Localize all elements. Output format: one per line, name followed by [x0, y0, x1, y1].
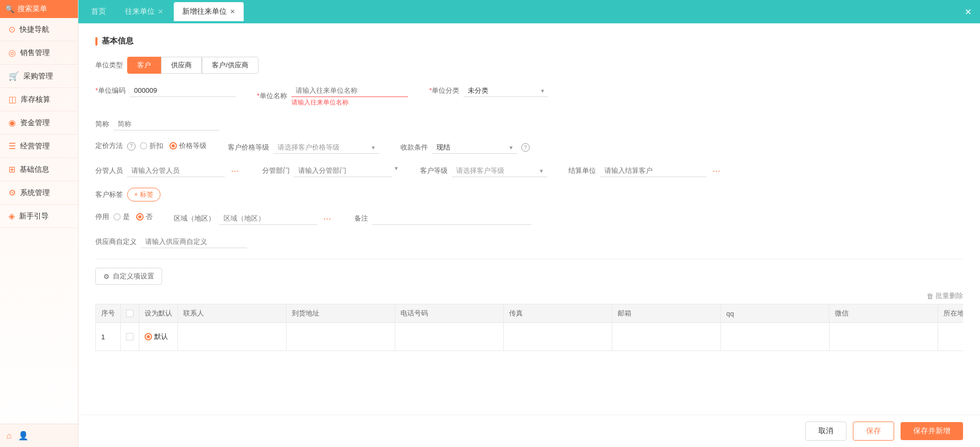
pricing-discount-option[interactable]: 折扣: [140, 141, 163, 151]
row-index: 1: [96, 323, 121, 351]
unit-type-label: 单位类型: [95, 60, 123, 70]
tab-new-partner-close[interactable]: ✕: [230, 8, 235, 15]
col-default: 设为默认: [139, 304, 178, 323]
sidebar-home-btn[interactable]: ⌂: [4, 429, 14, 443]
code-input[interactable]: [130, 84, 236, 97]
sidebar-item-label: 销售管理: [20, 48, 50, 58]
sidebar: 🔍 搜索菜单 ⊙ 快捷导航 ◎ 销售管理 🛒 采购管理 ◫ 库存核算 ◉ 资金管…: [0, 0, 78, 447]
row-qq-input[interactable]: [726, 331, 824, 343]
row-phone-cell: [395, 323, 504, 351]
pricing-discount-radio: [140, 142, 147, 150]
disabled-no-option[interactable]: 否: [136, 212, 153, 222]
select-all-checkbox[interactable]: [126, 310, 133, 317]
name-label: *单位名称: [257, 91, 287, 101]
sidebar-item-operations[interactable]: ☰ 经营管理: [0, 135, 78, 158]
tab-partners[interactable]: 往来单位 ✕: [117, 2, 172, 21]
custom-settings-btn[interactable]: ⚙ 自定义项设置: [95, 268, 162, 285]
abbr-input[interactable]: [113, 118, 219, 130]
table-header-row: 序号 设为默认 联系人 到货地址 电话号码 传真 邮箱 qq 微信 所在地区: [96, 304, 964, 323]
pricing-level-option[interactable]: 价格等级: [170, 141, 207, 151]
category-select[interactable]: 未分类: [464, 84, 548, 97]
row-default-label: 默认: [154, 332, 168, 341]
save-add-button[interactable]: 保存并新增: [901, 422, 963, 440]
manager-more-btn[interactable]: ···: [229, 166, 241, 176]
row-address-input[interactable]: [292, 331, 389, 343]
price-level-select[interactable]: 请选择客户价格等级: [273, 141, 379, 154]
col-index: 序号: [96, 304, 121, 323]
tab-partners-close[interactable]: ✕: [158, 8, 163, 15]
row-fax-input[interactable]: [509, 331, 607, 343]
unit-type-both-btn[interactable]: 客户/供应商: [202, 57, 259, 74]
row-area-input[interactable]: [943, 331, 963, 343]
batch-delete-label: 批量删除: [936, 291, 963, 301]
category-label: *单位分类: [429, 86, 459, 95]
sidebar-item-label: 资金管理: [20, 118, 50, 128]
disabled-yes-option[interactable]: 是: [113, 212, 130, 222]
settlement-field: 结算单位 ···: [568, 164, 723, 177]
section-title: 基本信息: [102, 36, 133, 46]
sidebar-item-guide[interactable]: ◈ 新手引导: [0, 205, 78, 228]
remark-input[interactable]: [372, 212, 531, 225]
row-contact-input[interactable]: [183, 331, 281, 343]
batch-delete-area: 🗑 批量删除: [95, 291, 963, 301]
supplier-custom-label: 供应商自定义: [95, 237, 137, 247]
sidebar-item-purchase[interactable]: 🛒 采购管理: [0, 65, 78, 88]
tab-home-label: 首页: [91, 7, 106, 16]
tags-field: 客户标签 + 标签: [95, 188, 161, 201]
tab-partners-label: 往来单位: [125, 7, 155, 16]
code-label: *单位编码: [95, 86, 126, 95]
row-default-radio: [145, 333, 152, 340]
supplier-custom-input[interactable]: [141, 235, 247, 248]
price-level-field: 客户价格等级 请选择客户价格等级 ▼: [228, 141, 379, 154]
finance-icon: ◉: [8, 118, 16, 128]
customer-level-select[interactable]: 请选择客户等级: [452, 164, 547, 177]
row-wechat-input[interactable]: [835, 331, 932, 343]
sidebar-item-sales[interactable]: ◎ 销售管理: [0, 41, 78, 65]
tab-new-partner[interactable]: 新增往来单位 ✕: [174, 2, 244, 21]
settlement-input[interactable]: [600, 164, 706, 177]
supplier-custom-field: 供应商自定义: [95, 235, 247, 248]
row-email-input[interactable]: [618, 331, 715, 343]
row-default-radio-label[interactable]: 默认: [145, 332, 172, 341]
custom-settings-label: 自定义项设置: [113, 271, 154, 281]
batch-delete-btn[interactable]: 🗑 批量删除: [926, 291, 963, 301]
row-default-cell: 默认: [139, 323, 178, 351]
tab-bar-close-btn[interactable]: ✕: [960, 5, 976, 19]
unit-type-row: 单位类型 客户 供应商 客户/供应商: [95, 57, 963, 74]
unit-type-customer-btn[interactable]: 客户: [127, 57, 161, 74]
tags-label: 客户标签: [95, 190, 123, 199]
row-area-cell: [938, 323, 964, 351]
abbr-field: 简称: [95, 118, 219, 130]
system-icon: ⚙: [8, 188, 16, 198]
row-phone-input[interactable]: [400, 331, 498, 343]
sidebar-item-inventory[interactable]: ◫ 库存核算: [0, 88, 78, 111]
region-input[interactable]: [219, 212, 317, 225]
sidebar-search[interactable]: 🔍 搜索菜单: [0, 0, 78, 18]
category-select-wrapper: 未分类 ▼: [464, 84, 548, 97]
row-checkbox[interactable]: [126, 333, 133, 340]
sidebar-item-system[interactable]: ⚙ 系统管理: [0, 181, 78, 205]
purchase-icon: 🛒: [8, 71, 19, 81]
sidebar-item-label: 快捷导航: [20, 25, 49, 34]
sidebar-item-basic[interactable]: ⊞ 基础信息: [0, 158, 78, 181]
tab-home[interactable]: 首页: [83, 2, 114, 21]
save-button[interactable]: 保存: [853, 422, 894, 441]
manager-input[interactable]: [127, 164, 225, 177]
settlement-more-btn[interactable]: ···: [710, 166, 723, 176]
payment-select[interactable]: 现结: [432, 141, 517, 154]
sidebar-item-quick-nav[interactable]: ⊙ 快捷导航: [0, 18, 78, 41]
name-field-wrapper: 请输入往来单位名称: [291, 84, 408, 107]
add-tag-btn[interactable]: + 标签: [127, 188, 161, 201]
dept-input[interactable]: [294, 164, 391, 177]
col-contact: 联系人: [178, 304, 287, 323]
payment-help-icon[interactable]: ?: [521, 143, 530, 152]
unit-type-supplier-btn[interactable]: 供应商: [161, 57, 202, 74]
pricing-help-icon[interactable]: ?: [127, 142, 136, 151]
sidebar-user-btn[interactable]: 👤: [16, 428, 31, 443]
cancel-button[interactable]: 取消: [805, 422, 847, 441]
region-more-btn[interactable]: ···: [321, 214, 333, 223]
remark-label: 备注: [354, 214, 368, 223]
sales-icon: ◎: [8, 48, 16, 58]
name-input[interactable]: [291, 84, 408, 97]
sidebar-item-finance[interactable]: ◉ 资金管理: [0, 111, 78, 135]
